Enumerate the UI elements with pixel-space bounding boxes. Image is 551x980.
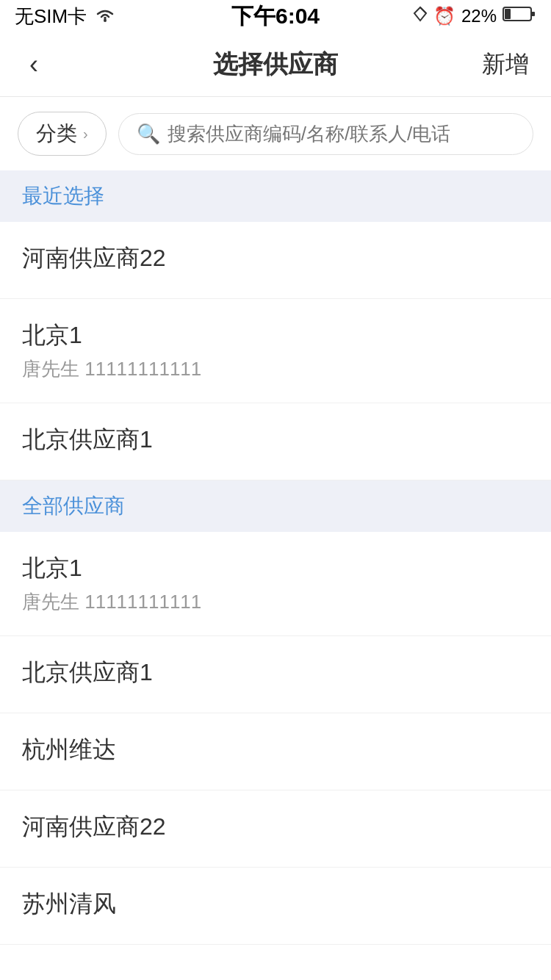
location-icon [413, 6, 428, 26]
alarm-icon: ⏰ [433, 6, 455, 26]
item-name: 苏州清风 [22, 888, 529, 920]
recent-list-item[interactable]: 北京供应商1 [0, 403, 551, 480]
filter-bar: 分类 › 🔍 [0, 97, 551, 170]
item-name: 北京1 [22, 552, 529, 585]
all-list-item[interactable]: 北京1唐先生 11111111111 [0, 532, 551, 636]
all-section-label: 全部供应商 [22, 494, 125, 517]
item-name: 北京1 [22, 320, 529, 352]
recent-list-item[interactable]: 北京1唐先生 11111111111 [0, 299, 551, 403]
item-sub: 唐先生 11111111111 [22, 356, 529, 382]
item-name: 河南供应商22 [22, 811, 529, 843]
nav-bar: ‹ 选择供应商 新增 [0, 32, 551, 97]
item-name: 河南供应商22 [22, 242, 529, 275]
status-right: ⏰ 22% [413, 5, 536, 27]
search-box[interactable]: 🔍 [118, 113, 533, 155]
item-name: 北京供应商1 [22, 657, 529, 689]
all-list: 北京1唐先生 11111111111北京供应商1杭州维达河南供应商22苏州清风 [0, 532, 551, 945]
svg-point-0 [104, 19, 107, 22]
item-sub: 唐先生 11111111111 [22, 589, 529, 615]
all-list-item[interactable]: 杭州维达 [0, 713, 551, 790]
status-bar: 无SIM卡 下午6:04 ⏰ 22% [0, 0, 551, 32]
all-list-item[interactable]: 苏州清风 [0, 868, 551, 945]
wifi-icon [94, 5, 116, 28]
item-name: 杭州维达 [22, 734, 529, 766]
nav-title: 选择供应商 [213, 48, 338, 82]
battery-icon [503, 5, 536, 27]
all-list-item[interactable]: 河南供应商22 [0, 790, 551, 868]
recent-list-item[interactable]: 河南供应商22 [0, 222, 551, 299]
svg-rect-3 [505, 9, 511, 19]
search-input[interactable] [168, 123, 515, 145]
category-label: 分类 [36, 120, 77, 148]
signal-text: 无SIM卡 [15, 4, 87, 29]
search-icon: 🔍 [137, 123, 160, 145]
all-section-header: 全部供应商 [0, 480, 551, 532]
recent-section-label: 最近选择 [22, 184, 104, 207]
category-filter-button[interactable]: 分类 › [18, 112, 107, 156]
chevron-right-icon: › [83, 126, 88, 143]
back-button[interactable]: ‹ [22, 42, 46, 87]
recent-section-header: 最近选择 [0, 170, 551, 222]
battery-text: 22% [461, 6, 497, 26]
all-list-item[interactable]: 北京供应商1 [0, 636, 551, 713]
svg-rect-2 [531, 12, 535, 16]
status-time: 下午6:04 [231, 1, 320, 32]
recent-list: 河南供应商22北京1唐先生 11111111111北京供应商1 [0, 222, 551, 480]
item-name: 北京供应商1 [22, 424, 529, 456]
new-action-button[interactable]: 新增 [482, 48, 529, 81]
status-left: 无SIM卡 [15, 4, 116, 29]
